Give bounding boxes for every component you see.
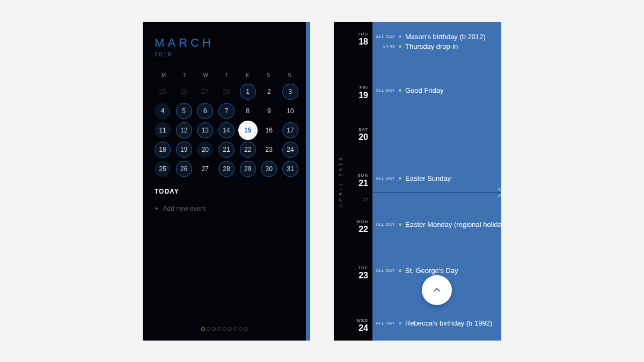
day-cell[interactable]: 16 xyxy=(261,122,277,138)
day-cell[interactable]: 7 xyxy=(218,103,235,119)
day-cell[interactable]: 26 xyxy=(176,84,192,100)
week-row: 25262728293031 xyxy=(155,161,298,177)
event-dot-icon xyxy=(399,89,401,92)
day-cell[interactable]: 13 xyxy=(197,122,213,138)
agenda-day-label[interactable]: SAT20 xyxy=(358,127,368,142)
day-cell[interactable]: 18 xyxy=(155,142,171,158)
day-cell[interactable]: 10 xyxy=(282,103,298,119)
phone-month-view: MARCH 2019 MTWTFSS 252627281234567891011… xyxy=(143,22,310,341)
add-event-button[interactable]: + Add new event xyxy=(155,205,298,212)
day-cell[interactable]: 2 xyxy=(261,84,277,100)
weekday-label: W xyxy=(197,72,214,78)
day-cell[interactable]: 26 xyxy=(176,161,192,177)
agenda-event-column[interactable]: ALL DAYMason's birthday (b 2012)14:45Thu… xyxy=(372,22,501,341)
phone-agenda-view: APRIL 2019 THU18FRI19SAT20SUN21MON22TUE2… xyxy=(334,22,501,341)
day-cell[interactable]: 25 xyxy=(155,161,171,177)
event-time-tag: ALL DAY xyxy=(372,88,395,93)
plus-icon: + xyxy=(155,205,159,212)
day-cell[interactable]: 11 xyxy=(155,122,171,138)
day-cell[interactable]: 20 xyxy=(197,142,213,158)
month-grid: 2526272812345678910111213141516171819202… xyxy=(155,84,298,177)
day-cell[interactable]: 21 xyxy=(218,142,235,158)
agenda-event[interactable]: ALL DAYRebecca's birthday (b 1992) xyxy=(372,319,501,327)
day-cell[interactable]: 19 xyxy=(176,142,192,158)
event-time-tag: ALL DAY xyxy=(372,34,395,39)
weekday-label: F xyxy=(239,72,255,78)
agenda-event[interactable]: ALL DAYGood Friday xyxy=(372,86,501,94)
today-heading: TODAY xyxy=(155,188,298,195)
page-dot[interactable] xyxy=(212,327,216,331)
agenda-dow: SAT xyxy=(358,127,368,132)
event-title: Thursday drop-in xyxy=(405,42,458,50)
event-title: Good Friday xyxy=(405,86,444,94)
agenda-day-label[interactable]: FRI19 xyxy=(358,85,368,100)
agenda-dow: SUN xyxy=(357,173,368,178)
page-dot[interactable] xyxy=(239,327,243,331)
event-time-tag: ALL DAY xyxy=(372,321,395,326)
day-cell[interactable]: 28 xyxy=(218,84,235,100)
page-dot[interactable] xyxy=(228,327,232,331)
day-cell[interactable]: 5 xyxy=(176,103,192,119)
agenda-event[interactable]: ALL DAYEaster Sunday xyxy=(372,174,501,182)
day-cell[interactable]: 27 xyxy=(197,84,213,100)
day-cell[interactable]: 15 xyxy=(240,122,256,138)
event-title: St. George's Day xyxy=(405,267,458,275)
day-cell[interactable]: 4 xyxy=(155,103,171,119)
agenda-daynum: 22 xyxy=(356,225,368,234)
page-dot[interactable] xyxy=(207,327,210,331)
page-indicator[interactable] xyxy=(143,327,306,331)
day-cell[interactable]: 22 xyxy=(240,142,256,158)
day-cell[interactable]: 31 xyxy=(282,161,298,177)
agenda-daynum: 21 xyxy=(357,179,368,188)
agenda-event[interactable]: ALL DAYSt. George's Day xyxy=(372,267,501,275)
agenda-dow: MON xyxy=(356,219,368,224)
day-cell[interactable]: 27 xyxy=(197,161,213,177)
event-time-tag: ALL DAY xyxy=(372,268,395,273)
page-dot[interactable] xyxy=(217,327,221,331)
agenda-event[interactable]: ALL DAYEaster Monday (regional holiday) xyxy=(372,220,501,228)
event-time-tag: ALL DAY xyxy=(372,176,395,181)
page-dot[interactable] xyxy=(223,327,226,331)
agenda-day-label[interactable]: SUN21 xyxy=(357,173,368,188)
day-cell[interactable]: 28 xyxy=(218,161,235,177)
agenda-event[interactable]: 14:45Thursday drop-in xyxy=(372,42,501,50)
day-cell[interactable]: 23 xyxy=(261,142,277,158)
day-cell[interactable]: 17 xyxy=(282,122,298,138)
event-dot-icon xyxy=(399,177,401,180)
current-time-line xyxy=(372,193,501,193)
day-cell[interactable]: 29 xyxy=(240,161,256,177)
week-row: 45678910 xyxy=(155,103,298,119)
month-view: MARCH 2019 MTWTFSS 252627281234567891011… xyxy=(143,22,310,341)
chevron-left-icon xyxy=(494,188,501,197)
day-cell[interactable]: 9 xyxy=(261,103,277,119)
agenda-dow: FRI xyxy=(358,85,368,90)
page-dot[interactable] xyxy=(233,327,237,331)
day-cell[interactable]: 30 xyxy=(261,161,277,177)
day-cell[interactable]: 3 xyxy=(282,84,298,100)
agenda-day-label[interactable]: MON22 xyxy=(356,219,368,234)
day-cell[interactable]: 8 xyxy=(240,103,256,119)
day-cell[interactable]: 1 xyxy=(240,84,256,100)
agenda-date-column: APRIL 2019 THU18FRI19SAT20SUN21MON22TUE2… xyxy=(334,22,372,341)
day-cell[interactable]: 12 xyxy=(176,122,192,138)
day-cell[interactable]: 14 xyxy=(218,122,235,138)
stage: MARCH 2019 MTWTFSS 252627281234567891011… xyxy=(0,0,644,362)
agenda-daynum: 23 xyxy=(358,271,368,280)
agenda-day-label[interactable]: THU18 xyxy=(358,32,368,47)
week-row: 11121314151617 xyxy=(155,122,298,138)
event-time-tag: ALL DAY xyxy=(372,222,395,227)
event-dot-icon xyxy=(399,35,401,38)
weekday-label: S xyxy=(281,72,297,78)
scroll-up-button[interactable] xyxy=(422,275,452,305)
agenda-day-label[interactable]: WED24 xyxy=(356,318,368,333)
agenda-month-spine: APRIL 2019 xyxy=(338,154,343,207)
agenda-event[interactable]: ALL DAYMason's birthday (b 2012) xyxy=(372,33,501,41)
weekday-label: M xyxy=(156,72,172,78)
event-dot-icon xyxy=(399,322,401,324)
day-cell[interactable]: 25 xyxy=(155,84,171,100)
page-dot[interactable] xyxy=(201,327,205,331)
day-cell[interactable]: 24 xyxy=(282,142,298,158)
day-cell[interactable]: 6 xyxy=(197,103,213,119)
agenda-day-label[interactable]: TUE23 xyxy=(358,265,368,280)
page-dot[interactable] xyxy=(244,327,248,331)
